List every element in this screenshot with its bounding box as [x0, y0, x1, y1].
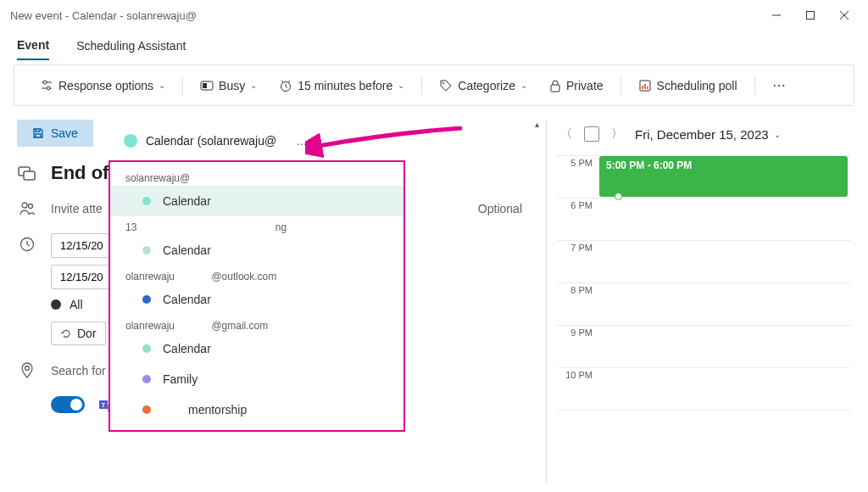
- day-preview-panel: 〈 〉 Fri, December 15, 2023 ⌄ 5:00 PM - 6…: [546, 120, 851, 483]
- svg-point-15: [442, 82, 444, 84]
- optional-attendees-button[interactable]: Optional: [478, 202, 539, 215]
- ellipsis-icon: ⋯: [772, 77, 787, 93]
- calendar-color-dot: [142, 405, 151, 414]
- time-label: 6 PM: [557, 198, 599, 240]
- repeat-button[interactable]: Dor: [51, 321, 106, 345]
- time-label: 8 PM: [557, 283, 599, 325]
- time-label: 10 PM: [557, 368, 599, 410]
- svg-rect-19: [644, 84, 646, 89]
- calendar-selector[interactable]: Calendar (solanrewaju@ ... ⌄: [124, 134, 337, 148]
- location-icon: [17, 362, 37, 379]
- calendar-color-dot: [142, 375, 151, 383]
- next-day-button[interactable]: 〉: [608, 123, 626, 145]
- dropdown-account-label: 13 ng: [110, 216, 403, 235]
- save-icon: [32, 127, 44, 139]
- calendar-color-dot: [142, 197, 151, 205]
- svg-rect-1: [807, 12, 815, 20]
- dropdown-account-label: solanrewaju@: [110, 167, 403, 186]
- clock-icon: [17, 233, 37, 252]
- dropdown-calendar-item[interactable]: Family: [110, 364, 403, 394]
- categorize-button[interactable]: Categorize ⌄: [431, 74, 536, 98]
- event-form: Save Calendar (solanrewaju@ ... ⌄ End of…: [17, 120, 539, 483]
- chevron-down-icon: ⌄: [774, 130, 781, 139]
- location-input[interactable]: Search for: [51, 364, 106, 377]
- svg-point-5: [43, 81, 47, 84]
- svg-rect-9: [203, 83, 207, 88]
- title-icon: [17, 165, 37, 182]
- svg-point-7: [47, 87, 50, 90]
- calendar-dropdown: solanrewaju@ Calendar 13 ng Calendar ola…: [108, 160, 405, 432]
- people-icon: [17, 201, 37, 216]
- chevron-down-icon: ⌄: [520, 81, 527, 90]
- window-title: New event - Calendar - solanrewaju@: [10, 9, 770, 22]
- chevron-down-icon: ⌄: [159, 81, 165, 90]
- svg-line-27: [27, 244, 30, 246]
- allday-toggle[interactable]: [51, 299, 61, 310]
- svg-line-14: [288, 81, 290, 82]
- calendar-color-dot: [142, 295, 151, 304]
- dropdown-calendar-item[interactable]: Calendar: [110, 284, 403, 315]
- dropdown-calendar-item[interactable]: Calendar: [110, 333, 403, 364]
- response-options-button[interactable]: Response options ⌄: [31, 74, 174, 98]
- private-button[interactable]: Private: [541, 74, 612, 98]
- svg-point-24: [29, 204, 33, 209]
- alarm-icon: [279, 79, 292, 92]
- more-options-button[interactable]: ⋯: [764, 72, 796, 98]
- svg-point-23: [22, 203, 27, 208]
- prev-day-button[interactable]: 〈: [557, 123, 576, 145]
- chevron-down-icon: ⌄: [250, 81, 257, 90]
- busy-status-button[interactable]: Busy ⌄: [192, 74, 265, 98]
- chevron-down-icon: ⌄: [398, 81, 404, 90]
- svg-rect-16: [551, 85, 559, 92]
- dropdown-calendar-item[interactable]: mentorship: [110, 394, 403, 425]
- repeat-icon: [60, 327, 72, 339]
- maximize-button[interactable]: [804, 8, 817, 22]
- svg-line-13: [281, 81, 283, 82]
- calendar-color-dot: [142, 344, 151, 353]
- lock-icon: [549, 79, 561, 92]
- dropdown-calendar-item[interactable]: Calendar: [110, 235, 403, 266]
- time-label: 5 PM: [557, 156, 599, 198]
- event-title-input[interactable]: End of: [51, 162, 108, 184]
- event-preview-block[interactable]: 5:00 PM - 6:00 PM: [599, 156, 848, 197]
- svg-rect-22: [24, 171, 35, 180]
- today-button[interactable]: [584, 126, 599, 142]
- minimize-button[interactable]: [770, 8, 783, 22]
- time-grid[interactable]: 5:00 PM - 6:00 PM 5 PM 6 PM 7 PM 8 PM 9 …: [557, 155, 851, 411]
- tab-scheduling-assistant[interactable]: Scheduling Assistant: [76, 32, 186, 59]
- svg-point-28: [25, 366, 30, 371]
- calendar-color-dot: [124, 134, 137, 148]
- svg-rect-18: [642, 86, 643, 89]
- tab-event[interactable]: Event: [17, 31, 49, 60]
- toolbar: Response options ⌄ Busy ⌄ 15 minutes bef…: [14, 64, 854, 106]
- svg-line-12: [286, 87, 287, 87]
- svg-rect-20: [647, 87, 648, 89]
- scheduling-poll-button[interactable]: Scheduling poll: [630, 74, 746, 98]
- time-label: 9 PM: [557, 326, 599, 367]
- invite-attendees-input[interactable]: Invite atte: [51, 202, 103, 215]
- teams-meeting-toggle[interactable]: [51, 396, 85, 413]
- time-label: 7 PM: [557, 241, 599, 282]
- dropdown-account-label: olanrewaju @gmail.com: [110, 315, 403, 333]
- tag-icon: [439, 79, 453, 92]
- titlebar: New event - Calendar - solanrewaju@: [0, 0, 868, 31]
- poll-icon: [638, 79, 652, 92]
- event-resize-handle[interactable]: [615, 193, 622, 200]
- sliders-icon: [40, 79, 53, 92]
- reminder-button[interactable]: 15 minutes before ⌄: [270, 74, 413, 98]
- chevron-down-icon: ⌄: [327, 134, 337, 148]
- close-button[interactable]: [837, 8, 851, 22]
- dropdown-calendar-item[interactable]: Calendar: [110, 186, 403, 216]
- scroll-up-icon[interactable]: ▴: [535, 120, 539, 129]
- dropdown-account-label: olanrewaju @outlook.com: [110, 266, 403, 284]
- tab-bar: Event Scheduling Assistant: [0, 31, 868, 61]
- preview-date-selector[interactable]: Fri, December 15, 2023 ⌄: [635, 127, 781, 142]
- calendar-color-dot: [142, 246, 151, 254]
- svg-text:T: T: [102, 401, 106, 409]
- save-button[interactable]: Save: [17, 120, 93, 147]
- busy-icon: [200, 81, 214, 91]
